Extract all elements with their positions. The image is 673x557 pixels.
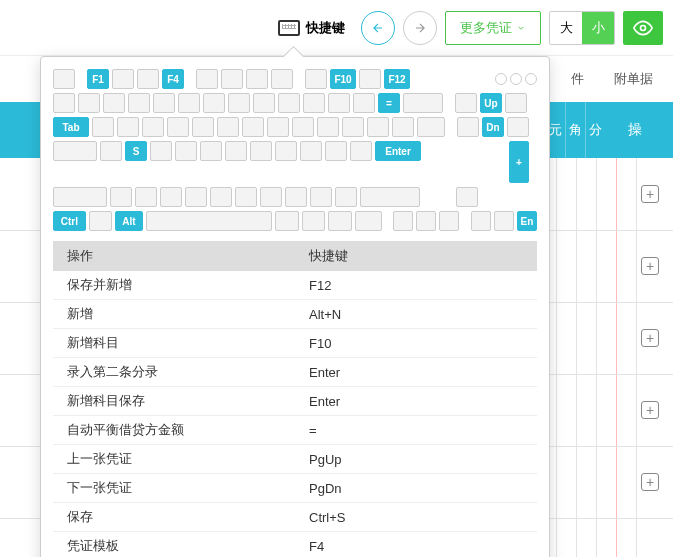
size-large[interactable]: 大 bbox=[550, 12, 582, 44]
cell-action: 新增科目保存 bbox=[53, 387, 295, 416]
chevron-down-icon bbox=[516, 23, 526, 33]
key-f10: F10 bbox=[330, 69, 356, 89]
cell-key: PgDn bbox=[295, 474, 537, 503]
key-alt: Alt bbox=[115, 211, 142, 231]
table-row: 新增科目保存Enter bbox=[53, 387, 537, 416]
size-small[interactable]: 小 bbox=[582, 12, 614, 44]
cell-action: 录入第二条分录 bbox=[53, 358, 295, 387]
key-up: Up bbox=[480, 93, 502, 113]
key-equals: = bbox=[378, 93, 400, 113]
key-ctrl: Ctrl bbox=[53, 211, 86, 231]
col-key: 快捷键 bbox=[295, 241, 537, 271]
col-ops: 操 bbox=[605, 121, 665, 139]
cell-action: 新增 bbox=[53, 300, 295, 329]
key-s: S bbox=[125, 141, 147, 161]
eye-icon bbox=[633, 18, 653, 38]
keyboard-icon bbox=[278, 20, 300, 36]
shortcut-table: 操作 快捷键 保存并新增F12新增Alt+N新增科目F10录入第二条分录Ente… bbox=[53, 241, 537, 557]
table-row: 下一张凭证PgDn bbox=[53, 474, 537, 503]
table-row: 录入第二条分录Enter bbox=[53, 358, 537, 387]
prev-button[interactable] bbox=[361, 11, 395, 45]
cell-key: Enter bbox=[295, 387, 537, 416]
more-voucher-button[interactable]: 更多凭证 bbox=[445, 11, 541, 45]
cell-key: F10 bbox=[295, 329, 537, 358]
cell-key: F12 bbox=[295, 271, 537, 300]
add-row-button[interactable]: + bbox=[641, 401, 659, 419]
top-toolbar: 快捷键 更多凭证 大 小 bbox=[0, 0, 673, 56]
cell-key: = bbox=[295, 416, 537, 445]
key-f1: F1 bbox=[87, 69, 109, 89]
cell-key: Alt+N bbox=[295, 300, 537, 329]
cell-key: Enter bbox=[295, 358, 537, 387]
next-button[interactable] bbox=[403, 11, 437, 45]
cell-action: 凭证模板 bbox=[53, 532, 295, 558]
cell-action: 新增科目 bbox=[53, 329, 295, 358]
cell-key: Ctrl+S bbox=[295, 503, 537, 532]
col-fen: 分 bbox=[585, 102, 605, 158]
table-row: 自动平衡借贷方金额= bbox=[53, 416, 537, 445]
cell-action: 上一张凭证 bbox=[53, 445, 295, 474]
table-row: 上一张凭证PgUp bbox=[53, 445, 537, 474]
add-row-button[interactable]: + bbox=[641, 329, 659, 347]
add-row-button[interactable]: + bbox=[641, 185, 659, 203]
cell-key: PgUp bbox=[295, 445, 537, 474]
shortcut-popover: F1 F4 F10 F12 bbox=[40, 56, 550, 557]
table-row: 凭证模板F4 bbox=[53, 532, 537, 558]
cell-action: 自动平衡借贷方金额 bbox=[53, 416, 295, 445]
key-f12: F12 bbox=[384, 69, 410, 89]
key-dn: Dn bbox=[482, 117, 504, 137]
svg-point-0 bbox=[641, 25, 646, 30]
key-f4: F4 bbox=[162, 69, 184, 89]
key-en: En bbox=[517, 211, 537, 231]
table-row: 保存并新增F12 bbox=[53, 271, 537, 300]
key-enter: Enter bbox=[375, 141, 421, 161]
col-action: 操作 bbox=[53, 241, 295, 271]
size-segmented: 大 小 bbox=[549, 11, 615, 45]
more-voucher-label: 更多凭证 bbox=[460, 19, 512, 37]
col-jiao: 角 bbox=[565, 102, 585, 158]
attach-doc-link[interactable]: 附单据 bbox=[614, 70, 653, 88]
cell-action: 保存 bbox=[53, 503, 295, 532]
cell-action: 保存并新增 bbox=[53, 271, 295, 300]
shortcut-key-text: 快捷键 bbox=[306, 19, 345, 37]
table-row: 保存Ctrl+S bbox=[53, 503, 537, 532]
key-plus: + bbox=[509, 141, 529, 183]
key-tab: Tab bbox=[53, 117, 89, 137]
add-row-button[interactable]: + bbox=[641, 257, 659, 275]
attachments-label: 件 bbox=[571, 70, 584, 88]
preview-button[interactable] bbox=[623, 11, 663, 45]
keyboard-visual: F1 F4 F10 F12 bbox=[53, 69, 537, 231]
cell-key: F4 bbox=[295, 532, 537, 558]
add-row-button[interactable]: + bbox=[641, 473, 659, 491]
table-row: 新增Alt+N bbox=[53, 300, 537, 329]
shortcut-key-label[interactable]: 快捷键 bbox=[278, 19, 345, 37]
cell-action: 下一张凭证 bbox=[53, 474, 295, 503]
table-row: 新增科目F10 bbox=[53, 329, 537, 358]
